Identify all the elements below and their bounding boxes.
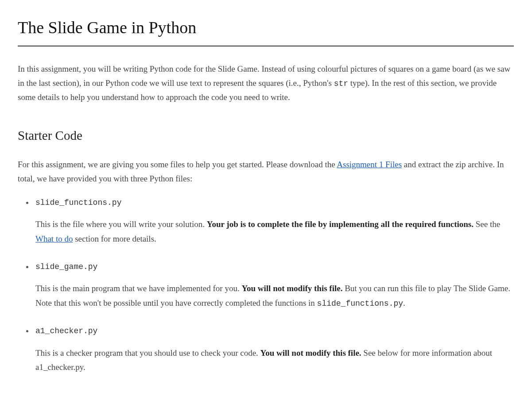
filename-code: slide_functions.py — [35, 198, 121, 207]
filename-code: slide_game.py — [35, 262, 97, 271]
desc-text: This is the file where you will write yo… — [35, 219, 207, 229]
desc-bold: Your job is to complete the file by impl… — [207, 219, 474, 229]
file-description: This is the main program that we have im… — [35, 281, 514, 310]
desc-code: slide_functions.py — [317, 299, 403, 308]
desc-text: section for more details. — [73, 234, 156, 243]
desc-text: See the — [474, 219, 500, 229]
intro-code-str: str — [334, 79, 348, 88]
files-list: slide_functions.py This is the file wher… — [18, 195, 514, 375]
list-item: a1_checker.py This is a checker program … — [33, 323, 514, 374]
section-heading-starter-code: Starter Code — [18, 125, 514, 146]
intro-paragraph: In this assignment, you will be writing … — [18, 62, 514, 105]
starter-intro-1: For this assignment, we are giving you s… — [18, 160, 337, 169]
list-item: slide_game.py This is the main program t… — [33, 259, 514, 310]
desc-bold: You will not modify this file. — [241, 284, 342, 293]
what-to-do-link[interactable]: What to do — [35, 234, 73, 243]
assignment-files-link[interactable]: Assignment 1 Files — [337, 160, 402, 169]
file-description: This is a checker program that you shoul… — [35, 346, 514, 375]
desc-text: . — [403, 298, 405, 308]
desc-bold: You will not modify this file. — [260, 348, 361, 358]
starter-code-intro: For this assignment, we are giving you s… — [18, 158, 514, 186]
desc-text: This is a checker program that you shoul… — [35, 348, 260, 358]
desc-text: This is the main program that we have im… — [35, 284, 241, 293]
file-description: This is the file where you will write yo… — [35, 217, 514, 246]
page-title: The Slide Game in Python — [18, 13, 514, 46]
filename-code: a1_checker.py — [35, 327, 97, 335]
list-item: slide_functions.py This is the file wher… — [33, 195, 514, 246]
